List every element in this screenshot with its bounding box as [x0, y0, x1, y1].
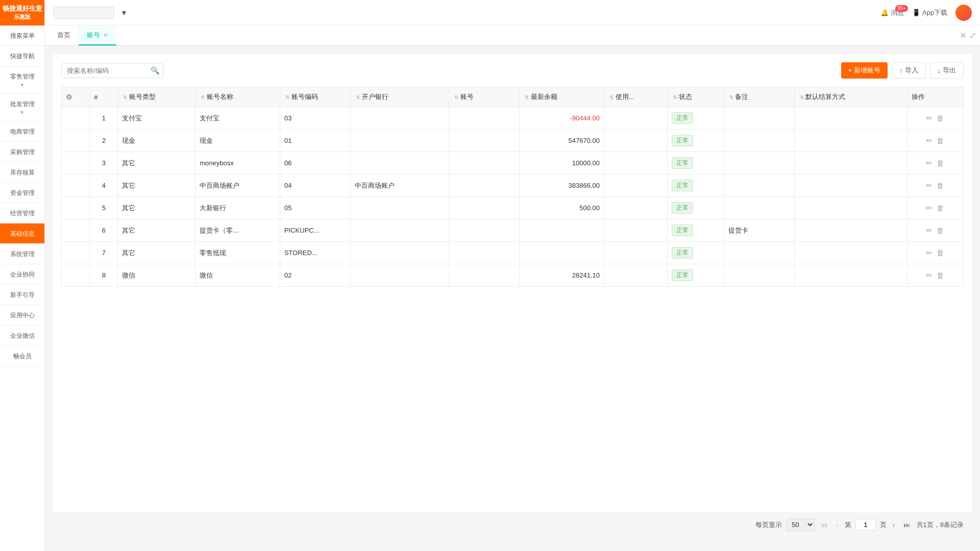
sidebar-item-basic-info[interactable]: 基础信息 — [0, 223, 44, 244]
cell-balance: 500.00 — [520, 197, 604, 219]
cell-note — [724, 130, 794, 152]
sidebar-item-system-mgmt[interactable]: 系统管理 — [0, 244, 44, 264]
edit-icon[interactable]: ✏ — [926, 181, 933, 190]
tab-home[interactable]: 首页 — [49, 26, 79, 45]
last-page-button[interactable]: ⏭ — [901, 520, 913, 530]
cell-account-no — [449, 152, 520, 174]
sidebar-item-quick-nav[interactable]: 快捷导航 — [0, 46, 44, 66]
top-search-input[interactable] — [53, 7, 114, 19]
cell-bank — [350, 242, 449, 264]
th-balance[interactable]: ⇅ 最新余额 — [520, 87, 604, 107]
sidebar-item-wholesale-mgmt[interactable]: 批发管理 ▼ — [0, 94, 44, 121]
sidebar-item-enterprise-wechat[interactable]: 企业微信 — [0, 325, 44, 346]
delete-icon[interactable]: 🗑 — [937, 271, 944, 280]
notification-button[interactable]: 🔔 消息 99+ — [880, 8, 904, 17]
next-page-button[interactable]: › — [891, 520, 897, 530]
cell-bank — [350, 264, 449, 287]
dropdown-button[interactable]: ▼ — [120, 9, 128, 17]
th-status[interactable]: ⇅ 状态 — [668, 87, 724, 107]
user-avatar[interactable] — [955, 5, 972, 21]
edit-icon[interactable]: ✏ — [926, 204, 933, 213]
sidebar-item-search-menu[interactable]: 搜索菜单 — [0, 26, 44, 46]
edit-icon[interactable]: ✏ — [926, 114, 933, 123]
import-button[interactable]: ↑ 导入 — [892, 62, 926, 79]
cell-type: 其它 — [118, 174, 195, 197]
app-download-label: App下载 — [922, 8, 947, 17]
cell-usage — [604, 219, 667, 242]
th-settings[interactable]: ⚙ — [62, 87, 90, 107]
cell-bank — [350, 219, 449, 242]
cell-name: 支付宝 — [195, 107, 280, 130]
header-right: 🔔 消息 99+ 📱 App下载 — [880, 5, 972, 21]
tab-close-all: ✕ ⤢ — [960, 31, 976, 40]
th-type[interactable]: ⇅ 账号类型 — [118, 87, 195, 107]
cell-name: 零售抵现 — [195, 242, 280, 264]
sidebar-item-beginner-guide[interactable]: 新手引导 — [0, 285, 44, 305]
tab-bar: 首页 账号 ✕ ✕ ⤢ — [45, 26, 980, 46]
th-default[interactable]: ⇅ 默认结算方式 — [794, 87, 907, 107]
notification-badge: 99+ — [895, 5, 908, 12]
sidebar-item-retail-mgmt[interactable]: 零售管理 ▼ — [0, 66, 44, 94]
cell-settings — [62, 264, 90, 287]
edit-icon[interactable]: ✏ — [926, 136, 933, 145]
pagination-bar: 每页显示 50 100 200 ⏮ ‹ 第 页 › ⏭ 共1页，8条记录 — [53, 512, 972, 531]
maximize-button[interactable]: ⤢ — [969, 31, 976, 40]
toolbar-left: 🔍 — [61, 63, 163, 78]
delete-icon[interactable]: 🗑 — [937, 226, 944, 235]
cell-account-no — [449, 264, 520, 287]
sidebar-item-purchase-mgmt[interactable]: 采购管理 — [0, 142, 44, 162]
sidebar-item-vip-member[interactable]: 畅会员 — [0, 346, 44, 366]
first-page-button[interactable]: ⏮ — [819, 520, 830, 530]
edit-icon[interactable]: ✏ — [926, 271, 933, 280]
prev-page-button[interactable]: ‹ — [834, 520, 841, 530]
mobile-icon: 📱 — [912, 9, 920, 16]
delete-icon[interactable]: 🗑 — [937, 136, 944, 145]
export-button[interactable]: ↓ 导出 — [930, 62, 964, 79]
cell-note — [724, 107, 794, 130]
th-code[interactable]: ⇅ 账号编码 — [280, 87, 350, 107]
delete-icon[interactable]: 🗑 — [937, 159, 944, 167]
page-size-select[interactable]: 50 100 200 — [786, 518, 815, 531]
sort-icon: ⇅ — [673, 94, 677, 100]
delete-icon[interactable]: 🗑 — [937, 204, 944, 212]
cell-settings — [62, 152, 90, 174]
table-row: 4 其它 中百商场账户 04 中百商场账户 383866.00 正常 ✏ 🗑 — [62, 174, 964, 197]
sidebar-item-operations-mgmt[interactable]: 经营管理 — [0, 203, 44, 223]
search-input[interactable] — [61, 63, 163, 78]
cell-note — [724, 197, 794, 219]
edit-icon[interactable]: ✏ — [926, 159, 933, 168]
edit-icon[interactable]: ✏ — [926, 248, 933, 258]
cell-default — [794, 242, 907, 264]
page-input[interactable] — [855, 519, 876, 531]
cell-name: 现金 — [195, 130, 280, 152]
delete-icon[interactable]: 🗑 — [937, 181, 944, 190]
app-download-button[interactable]: 📱 App下载 — [912, 8, 947, 17]
cell-name: 提货卡（零... — [195, 219, 280, 242]
search-icon: 🔍 — [151, 66, 159, 74]
delete-icon[interactable]: 🗑 — [937, 114, 944, 122]
add-account-button[interactable]: + 新增账号 — [841, 62, 888, 79]
edit-icon[interactable]: ✏ — [926, 226, 933, 235]
th-bank[interactable]: ⇅ 开户银行 — [350, 87, 449, 107]
sort-icon: ⇅ — [800, 94, 804, 100]
cell-bank — [350, 130, 449, 152]
logo-text: 畅捷通好生意 乐惠版 — [3, 5, 42, 20]
tab-close-icon[interactable]: ✕ — [103, 32, 108, 39]
settings-icon[interactable]: ⚙ — [66, 93, 72, 101]
cell-settings — [62, 242, 90, 264]
th-name[interactable]: ⇅ 账号名称 — [195, 87, 280, 107]
th-note[interactable]: ⇅ 备注 — [724, 87, 794, 107]
cell-settings — [62, 197, 90, 219]
sidebar-item-ecommerce-mgmt[interactable]: 电商管理 — [0, 121, 44, 142]
close-all-button[interactable]: ✕ — [960, 31, 966, 40]
delete-icon[interactable]: 🗑 — [937, 248, 944, 257]
sidebar-item-enterprise-agreement[interactable]: 企业协同 — [0, 264, 44, 285]
sidebar-item-app-center[interactable]: 应用中心 — [0, 305, 44, 325]
sidebar-item-inventory[interactable]: 库存核算 — [0, 162, 44, 183]
cell-type: 其它 — [118, 242, 195, 264]
tab-account[interactable]: 账号 ✕ — [79, 26, 116, 45]
sidebar-item-fund-mgmt[interactable]: 资金管理 — [0, 183, 44, 203]
th-usage[interactable]: ⇅ 使用... — [604, 87, 667, 107]
th-account-no[interactable]: ⇅ 账号 — [449, 87, 520, 107]
cell-account-no — [449, 107, 520, 130]
